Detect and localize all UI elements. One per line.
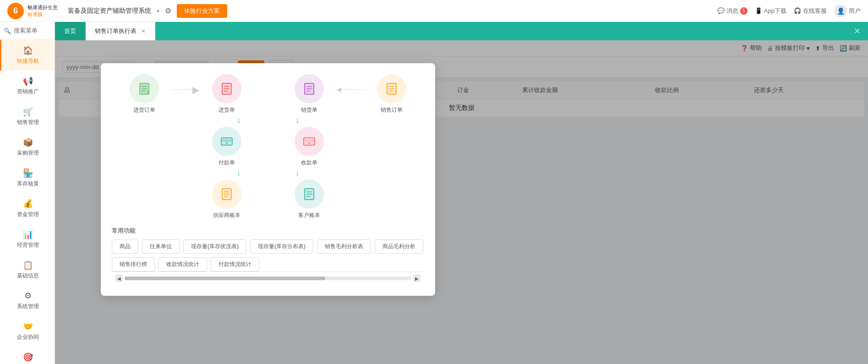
supplier-ledger-label: 供应商账本 (213, 212, 240, 219)
supplier-ledger-row: 供应商账本 (117, 179, 254, 219)
func-btn-sales-margin[interactable]: 销售毛利分析表 (317, 239, 371, 254)
user-menu[interactable]: 👤 用户 (834, 5, 861, 17)
svg-text:¥: ¥ (308, 141, 311, 145)
sidebar-item-marketing[interactable]: 📢 营销推广 (0, 71, 55, 101)
left-column: 进货订单 ▶ (117, 74, 254, 219)
app-download-label: App下载 (764, 7, 786, 15)
logo-area: 6 畅康通好生意 标准版 (7, 3, 62, 19)
sidebar-item-newbie[interactable]: 🎯 新手引导 (0, 347, 55, 364)
func-btn-partner[interactable]: 往来单位 (142, 239, 180, 254)
sidebar-label-quick-nav: 快捷导航 (17, 57, 39, 65)
online-service-button[interactable]: 🎧 在线客服 (794, 7, 827, 15)
receipt-circle: ¥ (295, 127, 324, 156)
sidebar-label-system: 系统管理 (17, 303, 39, 310)
sidebar-item-finance[interactable]: 💰 资金管理 (0, 193, 55, 224)
tab-home[interactable]: 首页 (55, 22, 86, 40)
sales-row: 销货单 ◀ (282, 74, 419, 114)
customer-ledger-label: 客户账本 (298, 212, 320, 219)
tab-sales-order-label: 销售订单执行表 (95, 27, 136, 35)
sidebar-label-finance: 资金管理 (17, 211, 39, 218)
scroll-track[interactable] (125, 277, 411, 280)
app-download-button[interactable]: 📱 App下载 (755, 7, 786, 15)
scroll-left-btn[interactable]: ◀ (115, 275, 123, 282)
sidebar-item-enterprise[interactable]: 🤝 企业协同 (0, 316, 55, 347)
top-bar-right: 💬 消息 5 📱 App下载 🎧 在线客服 👤 用户 (717, 5, 861, 17)
func-buttons-row1: 商品 往来单位 现存量(库存状况表) 现存量(库存分布表) 销售毛利分析表 商品… (112, 239, 424, 254)
purchase-order-circle (130, 74, 159, 103)
search-label: 搜索菜单 (14, 27, 38, 35)
close-window-icon[interactable]: ✕ (854, 26, 861, 36)
payment-label: 付款单 (218, 159, 235, 167)
func-btn-goods[interactable]: 商品 (112, 239, 138, 254)
sidebar-label-enterprise: 企业协同 (17, 333, 39, 341)
home-icon: 🏠 (23, 45, 33, 55)
sales-invoice-label: 销货单 (301, 106, 317, 114)
flow-diagram: 进货订单 ▶ (112, 74, 424, 219)
sidebar-label-marketing: 营销推广 (17, 88, 39, 96)
sidebar-item-system[interactable]: ⚙ 系统管理 (0, 285, 55, 316)
func-btn-payment-stat[interactable]: 付款情况统计 (211, 257, 259, 272)
purchase-order-label: 进货订单 (133, 106, 155, 114)
settings-icon[interactable]: ⚙ (165, 6, 171, 15)
sidebar-item-inventory[interactable]: 🏪 库存核算 (0, 163, 55, 193)
sales-invoice-circle (295, 74, 324, 103)
func-btn-goods-margin[interactable]: 商品毛利分析 (375, 239, 423, 254)
func-btn-receipt-stat[interactable]: 收款情况统计 (158, 257, 207, 272)
sales-order-label: 销售订单 (381, 106, 403, 114)
system-dropdown-icon[interactable]: ▾ (157, 8, 159, 14)
sidebar-label-basic: 基础信息 (17, 272, 39, 280)
sales-order-node: 销售订单 (364, 74, 419, 114)
sidebar-item-purchase[interactable]: 📦 采购管理 (0, 132, 55, 163)
modal-overlay: 进货订单 ▶ (55, 40, 868, 364)
sidebar-item-sales[interactable]: 🛒 销售管理 (0, 101, 55, 132)
content-area: 首页 销售订单执行表 ✕ ✕ ❓ 帮助 (55, 22, 868, 364)
func-btn-stock-status[interactable]: 现存量(库存状况表) (183, 239, 246, 254)
app-wrapper: 6 畅康通好生意 标准版 装备及固定资产辅助管理系统 ▾ ⚙ 体验行业方案 💬 … (0, 0, 868, 364)
logo-text: 畅康通好生意 标准版 (27, 4, 58, 17)
purchase-order-node: 进货订单 (117, 74, 172, 114)
sidebar-item-operation[interactable]: 📊 经营管理 (0, 224, 55, 255)
payment-row: ¥ 付款单 (117, 127, 254, 167)
message-label: 消息 (726, 7, 738, 15)
message-badge: 5 (740, 7, 748, 15)
purchase-icon: 📦 (23, 137, 33, 147)
sidebar-item-quick-nav[interactable]: 🏠 快捷导航 (0, 40, 55, 71)
top-bar: 6 畅康通好生意 标准版 装备及固定资产辅助管理系统 ▾ ⚙ 体验行业方案 💬 … (0, 0, 868, 22)
payment-node: ¥ 付款单 (199, 127, 254, 167)
experience-button[interactable]: 体验行业方案 (177, 4, 227, 18)
sidebar-label-inventory: 库存核算 (17, 180, 39, 188)
system-title: 装备及固定资产辅助管理系统 (68, 7, 151, 15)
func-btn-stock-dist[interactable]: 现存量(库存分布表) (250, 239, 313, 254)
tab-sales-order[interactable]: 销售订单执行表 ✕ (86, 22, 155, 40)
username-label: 用户 (849, 7, 861, 15)
message-button[interactable]: 💬 消息 5 (717, 7, 748, 15)
payment-circle: ¥ (212, 127, 241, 156)
purchase-row: 进货订单 ▶ (117, 74, 254, 114)
main-body: 🔍 搜索菜单 🏠 快捷导航 📢 营销推广 🛒 销售管理 📦 采购管理 🏪 (0, 22, 868, 364)
receipt-row: ¥ 收款单 (282, 127, 419, 167)
sales-icon: 🛒 (23, 107, 33, 117)
purchase-receipt-circle (212, 74, 241, 103)
scroll-right-btn[interactable]: ▶ (413, 275, 420, 282)
customer-ledger-circle (295, 179, 324, 209)
basic-icon: 📋 (23, 260, 33, 270)
enterprise-icon: 🤝 (23, 321, 33, 331)
supplier-ledger-node: 供应商账本 (199, 179, 254, 219)
arrow-down-payment: ↓ (117, 114, 254, 127)
sidebar-item-basic[interactable]: 📋 基础信息 (0, 255, 55, 285)
modal-box: 进货订单 ▶ (101, 63, 435, 296)
tab-close-icon[interactable]: ✕ (141, 28, 146, 34)
logo-icon: 6 (7, 3, 24, 19)
tab-bar-right: ✕ (854, 26, 868, 36)
func-buttons-row2: 销售排行榜 收款情况统计 付款情况统计 (112, 257, 424, 272)
sidebar-search[interactable]: 🔍 搜索菜单 (0, 22, 55, 40)
operation-icon: 📊 (23, 229, 33, 239)
scroll-row: ◀ ▶ (112, 272, 424, 285)
headset-icon: 🎧 (794, 7, 801, 14)
sidebar: 🔍 搜索菜单 🏠 快捷导航 📢 营销推广 🛒 销售管理 📦 采购管理 🏪 (0, 22, 55, 364)
tab-bar: 首页 销售订单执行表 ✕ ✕ (55, 22, 868, 40)
arrow-sales-order-to-invoice: ◀ (337, 86, 364, 93)
scroll-thumb (125, 277, 325, 280)
search-icon: 🔍 (4, 27, 11, 34)
func-btn-sales-rank[interactable]: 销售排行榜 (112, 257, 155, 272)
